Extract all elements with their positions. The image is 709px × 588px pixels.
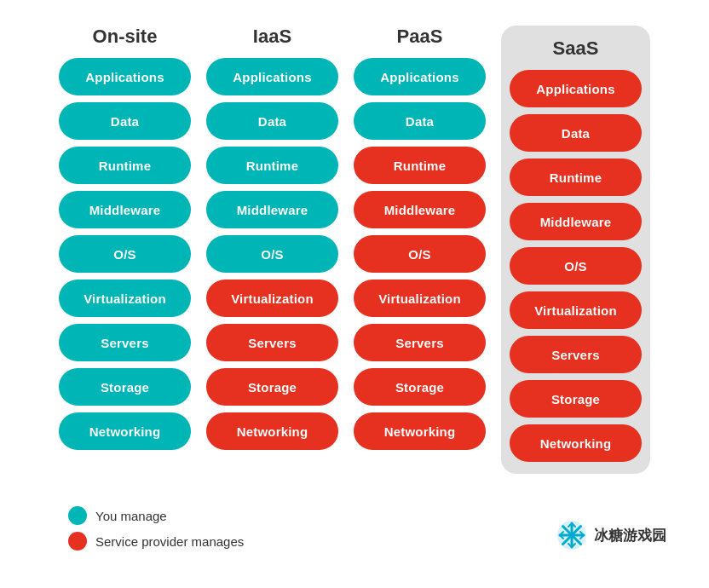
pill-paas-3: Middleware — [354, 191, 486, 228]
pill-paas-2: Runtime — [354, 147, 486, 184]
pill-paas-8: Networking — [354, 412, 486, 450]
pill-paas-4: O/S — [354, 235, 486, 273]
main-container: On-siteApplicationsDataRuntimeMiddleware… — [17, 17, 692, 551]
logo-area: 冰糖游戏园 — [556, 520, 666, 551]
logo-text: 冰糖游戏园 — [594, 526, 666, 545]
pill-onsite-2: Runtime — [59, 147, 191, 184]
pill-paas-0: Applications — [354, 58, 486, 95]
pill-saas-4: O/S — [510, 247, 642, 285]
pill-saas-3: Middleware — [510, 203, 642, 240]
columns-wrapper: On-siteApplicationsDataRuntimeMiddleware… — [17, 17, 692, 482]
pill-iaas-5: Virtualization — [206, 280, 338, 317]
pill-onsite-7: Storage — [59, 368, 191, 406]
column-header-saas: SaaS — [553, 37, 599, 60]
legend-item-1: Service provider manages — [68, 532, 244, 551]
pill-saas-8: Networking — [510, 424, 642, 462]
legend-label-0: You manage — [95, 509, 167, 523]
pill-saas-5: Virtualization — [510, 291, 642, 329]
column-header-paas: PaaS — [397, 26, 443, 48]
pill-iaas-3: Middleware — [206, 191, 338, 228]
pill-paas-5: Virtualization — [354, 280, 486, 317]
column-paas: PaaSApplicationsDataRuntimeMiddlewareO/S… — [354, 26, 486, 450]
pill-iaas-6: Servers — [206, 324, 338, 361]
legend-label-1: Service provider manages — [95, 534, 244, 549]
pill-iaas-2: Runtime — [206, 147, 338, 184]
snowflake-icon — [556, 520, 587, 551]
column-onsite: On-siteApplicationsDataRuntimeMiddleware… — [59, 26, 191, 450]
pill-onsite-3: Middleware — [59, 191, 191, 228]
legend-item-0: You manage — [68, 506, 244, 525]
pill-iaas-1: Data — [206, 102, 338, 140]
legend-dot-red — [68, 532, 87, 551]
pill-onsite-4: O/S — [59, 235, 191, 273]
legend: You manageService provider manages — [68, 506, 244, 551]
pill-saas-1: Data — [510, 114, 642, 152]
pill-iaas-7: Storage — [206, 368, 338, 406]
pill-saas-2: Runtime — [510, 159, 642, 196]
pill-iaas-0: Applications — [206, 58, 338, 95]
pill-paas-1: Data — [354, 102, 486, 140]
pill-paas-7: Storage — [354, 368, 486, 406]
pill-onsite-5: Virtualization — [59, 280, 191, 317]
pill-iaas-4: O/S — [206, 235, 338, 273]
pill-saas-6: Servers — [510, 336, 642, 373]
column-header-iaas: IaaS — [253, 26, 291, 48]
pill-onsite-1: Data — [59, 102, 191, 140]
column-header-onsite: On-site — [93, 26, 158, 48]
pill-onsite-6: Servers — [59, 324, 191, 361]
column-saas: SaaSApplicationsDataRuntimeMiddlewareO/S… — [501, 26, 650, 474]
pill-saas-7: Storage — [510, 380, 642, 418]
column-iaas: IaaSApplicationsDataRuntimeMiddlewareO/S… — [206, 26, 338, 450]
pill-saas-0: Applications — [510, 70, 642, 107]
pill-paas-6: Servers — [354, 324, 486, 361]
pill-onsite-8: Networking — [59, 412, 191, 450]
legend-dot-teal — [68, 506, 87, 525]
pill-iaas-8: Networking — [206, 412, 338, 450]
pill-onsite-0: Applications — [59, 58, 191, 95]
bottom-row: You manageService provider manages 冰糖游戏园 — [17, 491, 692, 551]
